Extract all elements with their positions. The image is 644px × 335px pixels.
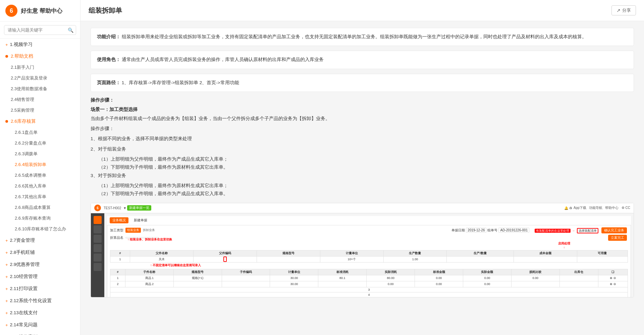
mock-col-avail: 可用量 xyxy=(577,250,628,256)
mock-type-slash: 拆卸业务 xyxy=(143,228,155,232)
main-content: 功能介绍： 组装拆卸单用来处理企业组装或拆卸等加工业务，支持有固定装配清单的产品… xyxy=(80,21,644,335)
mock-date-label: 单据日期 xyxy=(451,228,465,233)
mock-annotation-text: 有装配清单的在这里处理 xyxy=(535,229,571,233)
step2: 2、对于组装业务 xyxy=(91,145,634,153)
mock-t2-r1-code xyxy=(222,275,270,281)
mock-cell-avail xyxy=(577,256,628,262)
table-row: 1 关木 10+个 1.00 xyxy=(110,256,628,262)
mock-finished-label: 折算品名 xyxy=(110,235,123,240)
intro-box: 功能介绍： 组装拆卸单用来处理企业组装或拆卸等加工业务，支持有固定装配清单的产品… xyxy=(91,28,634,46)
sidebar-item-onlinepay[interactable]: + 2.13在线支付 xyxy=(0,307,80,319)
mock-cell-prod-qty2 xyxy=(447,256,514,262)
mock-cell-unit: 10+个 xyxy=(320,256,383,262)
mock-form-row1: 加工类型 组装业务 拆卸业务 单据日期 2019-12-26 组单号 AD-20… xyxy=(110,227,628,233)
mock-t2-ccode: 子件编码 xyxy=(222,269,270,275)
sidebar-item-purchase[interactable]: 2.5采购管理 xyxy=(0,105,80,116)
sidebar-item-ops[interactable]: + 2.10经营管理 xyxy=(0,271,80,283)
sidebar-item-2-6-4[interactable]: 2.6.4组装拆卸单 xyxy=(0,159,80,170)
mock-t2-r1-action: ⊕ ⊖ xyxy=(598,275,628,281)
sidebar-item-docs[interactable]: 2.帮助文档 xyxy=(0,51,80,62)
mock-t2-r2-spec xyxy=(173,281,222,287)
screenshot-container: 6 TEST-H002 ▼ 新建单据一览 🔔 ♻ App下载 功能导航 帮助中心… xyxy=(91,203,634,297)
sidebar-item-install[interactable]: 2.2产品安装及登录 xyxy=(0,73,80,83)
expand-icon-finance: + xyxy=(5,238,8,243)
sidebar-item-newcomer[interactable]: 2.1新手入门 xyxy=(0,62,80,73)
sidebar-item-personalize[interactable]: + 2.12系统个性化设置 xyxy=(0,295,80,307)
mock-type-label: 加工类型 xyxy=(110,228,123,233)
sidebar-item-print[interactable]: + 2.11打印设置 xyxy=(0,283,80,295)
mock-new-btn[interactable]: 新建单据一览 xyxy=(127,205,151,211)
sidebar-item-2-6-10[interactable]: 2.6.10库存账本错了怎么办 xyxy=(0,224,80,234)
mock-t2-loss: 损耗比较 xyxy=(511,269,559,275)
mock-logo: 6 xyxy=(94,205,101,211)
sidebar-item-coupon[interactable]: + 2.9优惠券管理 xyxy=(0,259,80,271)
mock-sidebar xyxy=(91,213,104,297)
search-area: 🔍 xyxy=(0,22,80,39)
sidebar-item-2-6-6[interactable]: 2.6.6其他入库单 xyxy=(0,181,80,191)
mock-cell-pcode xyxy=(193,256,257,262)
sidebar-item-sales[interactable]: 2.4销售管理 xyxy=(0,94,80,105)
mock-empty-row-3: 3 xyxy=(110,287,628,292)
sidebar-item-video[interactable]: + 1.视频学习 xyxy=(0,39,80,51)
mock-select-bom-btn[interactable]: 选择装配清单 xyxy=(577,228,598,233)
mock-t2-act-amt: 实际金额 xyxy=(463,269,512,275)
sidebar: 6 好生意 帮助中心 🔍 + 1.视频学习 2.帮助文档 2.1新手入门 2.2… xyxy=(0,0,80,335)
share-button[interactable]: ↗ 分享 xyxy=(611,5,636,15)
search-icon[interactable]: 🔍 xyxy=(68,27,73,33)
path-text: 1、库存核算->库存管理->组装拆卸单 2、首页->常用功能 xyxy=(122,80,239,85)
sidebar-item-2-6-9[interactable]: 2.6.9库存账本查询 xyxy=(0,213,80,224)
mock-no-value[interactable]: AD-20191226-001 xyxy=(498,228,529,233)
page-header: 组装拆卸单 ↗ 分享 xyxy=(80,0,644,21)
sidebar-item-2-6-8[interactable]: 2.6.8商品成本重算 xyxy=(0,202,80,213)
steps-label: 操作步骤： xyxy=(91,125,634,133)
mock-col-pname: 父件名称 xyxy=(130,250,193,256)
mock-arrow: ▼ xyxy=(123,206,126,210)
table-row: 4 xyxy=(110,292,628,297)
mock-sidebar-icon-4 xyxy=(94,244,102,252)
path-label: 页面路径： xyxy=(97,80,120,85)
mock-body: 业务概况 新建单据 加工类型 组装业务 拆卸业务 xyxy=(91,213,634,297)
sidebar-item-2-6-2[interactable]: 2.6.2分量盘点单 xyxy=(0,138,80,149)
mock-t2-r1-no: 1 xyxy=(110,275,125,281)
sidebar-item-2-6-7[interactable]: 2.6.7其他出库单 xyxy=(0,191,80,202)
mock-t2-r2-unit: 30.00 xyxy=(270,281,318,287)
mock-date-value[interactable]: 2019-12-26 xyxy=(466,228,486,233)
mock-立案-btn[interactable]: 立案完工 xyxy=(608,235,627,241)
sidebar-item-faq[interactable]: + 2.14常见问题 xyxy=(0,319,80,331)
sidebar-item-data-prep[interactable]: 2.3使用前数据准备 xyxy=(0,83,80,94)
expand-icon-ops: + xyxy=(5,274,8,279)
mock-col-prod-qty2: 生产/数量 xyxy=(447,250,514,256)
search-input[interactable] xyxy=(4,25,76,35)
step1: 1、根据不同的业务，选择不同单据的类型来处理 xyxy=(91,135,634,143)
logo-icon: 6 xyxy=(5,5,17,17)
expand-icon-faq: + xyxy=(5,323,8,328)
sidebar-item-2-6-5[interactable]: 2.6.5成本调整单 xyxy=(0,170,80,181)
sidebar-item-cases[interactable]: + 2.15操作案例 xyxy=(0,331,80,335)
mock-col-hash: # xyxy=(110,250,130,256)
mock-t2-r1-loss: 0.00 xyxy=(511,275,559,281)
mock-available-annotation: 启用处理 ↑ xyxy=(558,241,570,249)
expand-icon-coupon: + xyxy=(5,262,8,267)
mock-t2-r2-loss xyxy=(511,281,559,287)
mock-sidebar-icon-2 xyxy=(94,225,102,233)
path-box: 页面路径： 1、库存核算->库存管理->组装拆卸单 2、首页->常用功能 xyxy=(91,74,634,92)
ops-heading: 操作步骤： xyxy=(91,97,634,103)
main-area: 组装拆卸单 ↗ 分享 功能介绍： 组装拆卸单用来处理企业组装或拆卸等加工业务，支… xyxy=(80,0,644,335)
sidebar-item-2-6-3[interactable]: 2.6.3调拨单 xyxy=(0,149,80,159)
mock-t2-r2-no: 2 xyxy=(110,281,125,287)
mock-cell-no: 1 xyxy=(110,256,130,262)
mock-pcode-input[interactable] xyxy=(223,257,227,262)
mock-tab-2[interactable]: 新建单据 xyxy=(131,217,150,223)
sidebar-item-2-6-1[interactable]: 2.6.1盘点单 xyxy=(0,127,80,138)
mock-tab-1[interactable]: 业务概况 xyxy=(110,217,128,223)
expand-icon-onlinepay: + xyxy=(5,311,8,316)
mock-t2-r1-spec: 规格(+1) xyxy=(173,275,222,281)
open-dot-icon xyxy=(5,55,8,58)
mock-confirm-btn[interactable]: 确认完工业务 xyxy=(601,227,627,233)
scene1-title: 场景一：加工类型选择 xyxy=(91,107,634,113)
sidebar-item-mobile[interactable]: + 2.8手机旺辅 xyxy=(0,246,80,259)
sidebar-item-inventory[interactable]: 2.6库存核算 xyxy=(0,116,80,127)
mock-main-content: 业务概况 新建单据 加工类型 组装业务 拆卸业务 xyxy=(104,213,634,297)
mock-t2-cname: 子件名称 xyxy=(125,269,173,275)
sidebar-item-finance[interactable]: + 2.7资金管理 xyxy=(0,234,80,246)
